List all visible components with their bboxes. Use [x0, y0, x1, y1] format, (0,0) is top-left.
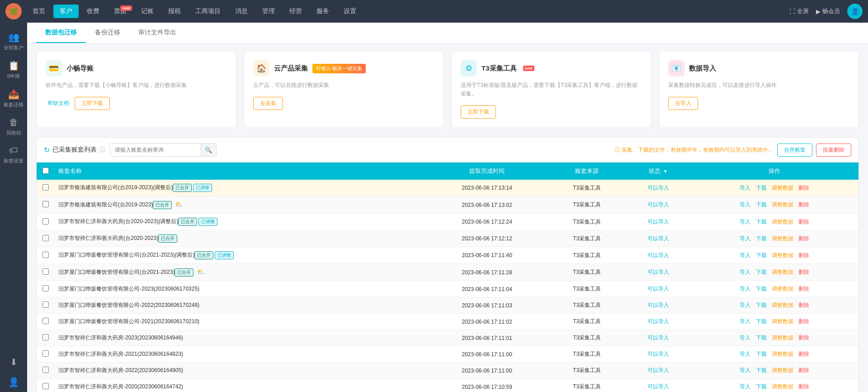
search-button[interactable]: 🔍: [201, 143, 216, 156]
row-checkbox[interactable]: [42, 285, 49, 292]
op-adjust[interactable]: 调整数据: [772, 318, 793, 325]
op-import[interactable]: 导入: [740, 302, 750, 308]
op-import[interactable]: 导入: [740, 367, 750, 373]
help-doc-link-1[interactable]: 帮助文档: [47, 100, 69, 107]
member-btn[interactable]: ▶ 畅会员: [816, 7, 840, 15]
op-import[interactable]: 导入: [740, 252, 750, 258]
op-import[interactable]: 导入: [740, 383, 750, 390]
op-adjust[interactable]: 调整数据: [772, 219, 793, 225]
op-delete[interactable]: 删除: [798, 302, 809, 308]
collect-btn-2[interactable]: 去采集: [253, 97, 283, 110]
op-adjust[interactable]: 调整数据: [772, 367, 793, 373]
op-download[interactable]: 下载: [756, 367, 767, 373]
op-import[interactable]: 导入: [740, 185, 750, 191]
op-download[interactable]: 下载: [756, 252, 767, 258]
row-checkbox[interactable]: [42, 268, 49, 275]
op-download[interactable]: 下载: [756, 302, 767, 308]
op-import[interactable]: 导入: [740, 269, 750, 275]
avatar[interactable]: 👤: [847, 4, 863, 19]
tab-data-migration[interactable]: 数据包迁移: [36, 23, 86, 43]
row-checkbox[interactable]: [42, 367, 49, 373]
op-adjust[interactable]: 调整数据: [772, 351, 793, 357]
op-import[interactable]: 导入: [740, 335, 750, 341]
row-checkbox[interactable]: [42, 235, 49, 241]
tab-audit-export[interactable]: 审计文件导出: [129, 23, 185, 43]
op-download[interactable]: 下载: [756, 201, 767, 208]
sidebar-item-zero-report[interactable]: 📋 0申报: [0, 56, 27, 84]
op-import[interactable]: 导入: [740, 201, 750, 208]
op-delete[interactable]: 删除: [798, 335, 809, 341]
op-delete[interactable]: 删除: [798, 201, 809, 208]
op-adjust[interactable]: 调整数据: [772, 185, 793, 191]
fullscreen-btn[interactable]: ⛶ 全屏: [789, 7, 809, 15]
sidebar-item-user[interactable]: 👤: [8, 372, 19, 392]
op-delete[interactable]: 删除: [798, 318, 809, 325]
op-download[interactable]: 下载: [756, 269, 767, 275]
op-delete[interactable]: 删除: [798, 235, 809, 242]
op-delete[interactable]: 删除: [798, 252, 809, 258]
op-import[interactable]: 导入: [740, 235, 750, 242]
op-adjust[interactable]: 调整数据: [772, 302, 793, 308]
op-adjust[interactable]: 调整数据: [772, 335, 793, 341]
import-btn-4[interactable]: 去导入: [668, 97, 698, 110]
op-adjust[interactable]: 调整数据: [772, 286, 793, 292]
nav-settings[interactable]: 设置: [337, 5, 363, 18]
nav-customer[interactable]: 客户: [53, 5, 79, 18]
search-input[interactable]: [110, 147, 201, 153]
sidebar-item-tags[interactable]: 🏷 标签设置: [0, 141, 27, 169]
op-download[interactable]: 下载: [756, 286, 767, 292]
batch-delete-btn[interactable]: 批量删除: [816, 143, 851, 157]
op-adjust[interactable]: 调整数据: [772, 201, 793, 208]
help-icon[interactable]: ⓘ: [99, 146, 105, 154]
row-checkbox[interactable]: [42, 301, 49, 308]
nav-bookkeeping[interactable]: 记账: [135, 5, 160, 18]
op-adjust[interactable]: 调整数据: [772, 383, 793, 390]
th-status[interactable]: 状态 ▼: [626, 163, 691, 180]
row-checkbox[interactable]: [42, 252, 49, 258]
op-import[interactable]: 导入: [740, 318, 750, 325]
download-btn-3[interactable]: 立即下载: [461, 105, 496, 119]
refresh-icon[interactable]: ↻: [44, 146, 50, 154]
op-delete[interactable]: 删除: [798, 367, 809, 373]
download-btn-1[interactable]: 立即下载: [75, 97, 110, 110]
op-delete[interactable]: 删除: [798, 383, 809, 390]
op-adjust[interactable]: 调整数据: [772, 252, 793, 258]
nav-fee[interactable]: 收费: [80, 5, 106, 18]
nav-manage[interactable]: 管理: [256, 5, 281, 18]
merge-btn[interactable]: 合并账套: [777, 143, 812, 157]
op-delete[interactable]: 删除: [798, 185, 809, 191]
sidebar-item-recycle[interactable]: 🗑 回收站: [0, 113, 27, 141]
nav-tax[interactable]: 报税: [162, 5, 187, 18]
op-download[interactable]: 下载: [756, 351, 767, 357]
nav-invoice[interactable]: 票据new: [108, 5, 133, 18]
op-download[interactable]: 下载: [756, 219, 767, 225]
row-checkbox[interactable]: [42, 383, 49, 389]
op-download[interactable]: 下载: [756, 335, 767, 341]
select-all-checkbox[interactable]: [42, 167, 49, 174]
nav-business[interactable]: 工商项目: [189, 5, 227, 18]
op-delete[interactable]: 删除: [798, 351, 809, 357]
row-checkbox[interactable]: [42, 318, 49, 324]
op-download[interactable]: 下载: [756, 185, 767, 191]
op-delete[interactable]: 删除: [798, 269, 809, 275]
op-download[interactable]: 下载: [756, 383, 767, 390]
nav-service[interactable]: 服务: [310, 5, 335, 18]
op-import[interactable]: 导入: [740, 286, 750, 292]
row-checkbox[interactable]: [42, 334, 49, 340]
op-delete[interactable]: 删除: [798, 219, 809, 225]
op-import[interactable]: 导入: [740, 219, 750, 225]
row-checkbox[interactable]: [42, 218, 49, 225]
sidebar-item-download[interactable]: ⬇: [8, 352, 19, 372]
nav-operation[interactable]: 经营: [283, 5, 308, 18]
tab-backup-migration[interactable]: 备份迁移: [86, 23, 129, 43]
op-download[interactable]: 下载: [756, 235, 767, 242]
op-adjust[interactable]: 调整数据: [772, 235, 793, 242]
op-import[interactable]: 导入: [740, 351, 750, 357]
op-download[interactable]: 下载: [756, 318, 767, 325]
nav-home[interactable]: 首页: [26, 5, 52, 18]
op-adjust[interactable]: 调整数据: [772, 269, 793, 275]
row-checkbox[interactable]: [42, 350, 49, 357]
row-checkbox[interactable]: [42, 201, 49, 207]
nav-message[interactable]: 消息: [229, 5, 254, 18]
row-checkbox[interactable]: [42, 184, 49, 191]
